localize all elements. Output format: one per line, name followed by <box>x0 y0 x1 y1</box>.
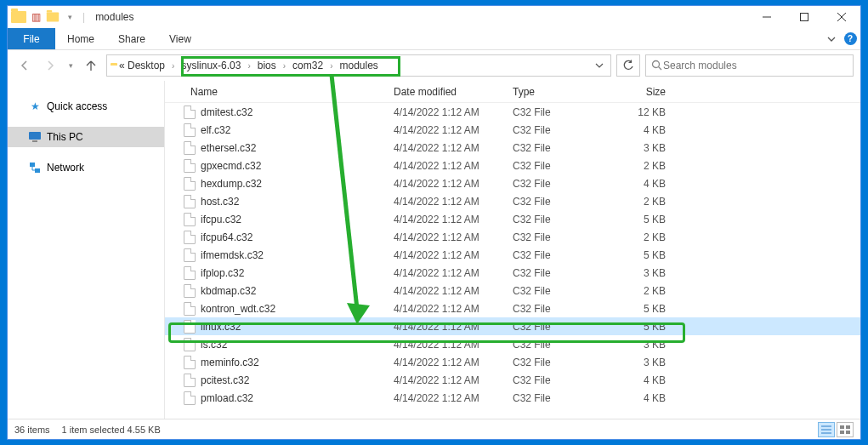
crumb-0[interactable]: syslinux-6.03 <box>176 55 246 76</box>
refresh-button[interactable] <box>616 54 640 77</box>
file-row[interactable]: hexdump.c324/14/2022 1:12 AMC32 File4 KB <box>165 174 860 192</box>
sidebar-item-quick-access[interactable]: ★ Quick access <box>8 96 164 117</box>
up-button[interactable] <box>81 55 101 76</box>
file-row[interactable]: host.c324/14/2022 1:12 AMC32 File2 KB <box>165 192 860 210</box>
file-name: gpxecmd.c32 <box>201 160 261 172</box>
file-row[interactable]: gpxecmd.c324/14/2022 1:12 AMC32 File2 KB <box>165 157 860 174</box>
file-row[interactable]: ifcpu64.c324/14/2022 1:12 AMC32 File2 KB <box>165 228 860 246</box>
tab-home[interactable]: Home <box>55 28 106 49</box>
help-button[interactable]: ? <box>840 28 860 49</box>
file-row[interactable]: dmitest.c324/14/2022 1:12 AMC32 File12 K… <box>165 103 860 121</box>
sidebar-item-this-pc[interactable]: This PC <box>8 127 164 147</box>
tab-view[interactable]: View <box>157 28 203 49</box>
column-size[interactable]: Size <box>604 86 681 98</box>
close-button[interactable] <box>823 6 860 28</box>
crumb-2[interactable]: com32 <box>287 55 328 76</box>
file-row[interactable]: linux.c324/14/2022 1:12 AMC32 File5 KB <box>165 317 860 335</box>
crumb-3[interactable]: modules <box>334 55 383 76</box>
address-dropdown-icon[interactable] <box>592 61 607 70</box>
expand-ribbon-icon[interactable] <box>823 28 840 49</box>
file-type: C32 File <box>504 214 604 225</box>
forward-button[interactable] <box>40 55 60 76</box>
column-date[interactable]: Date modified <box>385 86 504 98</box>
file-type: C32 File <box>504 392 604 404</box>
file-date: 4/14/2022 1:12 AM <box>385 357 504 368</box>
file-icon <box>184 320 196 334</box>
file-row[interactable]: meminfo.c324/14/2022 1:12 AMC32 File3 KB <box>165 353 860 371</box>
column-type[interactable]: Type <box>504 86 604 98</box>
file-row[interactable]: ifmemdsk.c324/14/2022 1:12 AMC32 File5 K… <box>165 246 860 264</box>
file-row[interactable]: pmload.c324/14/2022 1:12 AMC32 File4 KB <box>165 389 860 407</box>
file-icon <box>184 374 196 387</box>
file-size: 4 KB <box>604 124 681 136</box>
qat-newfolder-icon[interactable] <box>45 9 60 25</box>
file-type: C32 File <box>504 106 604 118</box>
file-date: 4/14/2022 1:12 AM <box>385 106 504 118</box>
chevron-right-icon[interactable]: › <box>281 61 287 71</box>
file-date: 4/14/2022 1:12 AM <box>385 124 504 136</box>
file-name: ifmemdsk.c32 <box>201 249 264 261</box>
file-type: C32 File <box>504 267 604 279</box>
file-row[interactable]: ifcpu.c324/14/2022 1:12 AMC32 File5 KB <box>165 210 860 228</box>
minimize-button[interactable] <box>748 6 786 28</box>
search-box[interactable] <box>645 54 854 77</box>
qat-dropdown-icon[interactable]: ▾ <box>62 9 77 25</box>
file-type: C32 File <box>504 160 604 172</box>
chevron-right-icon[interactable]: › <box>246 61 252 71</box>
view-icons-button[interactable] <box>837 422 854 437</box>
file-name: dmitest.c32 <box>201 106 252 118</box>
file-row[interactable]: pcitest.c324/14/2022 1:12 AMC32 File4 KB <box>165 371 860 389</box>
file-icon <box>184 159 196 173</box>
file-size: 4 KB <box>604 374 681 386</box>
file-size: 2 KB <box>604 160 681 172</box>
svg-rect-9 <box>35 168 40 173</box>
sidebar-item-network[interactable]: Network <box>8 157 164 178</box>
file-date: 4/14/2022 1:12 AM <box>385 321 504 333</box>
file-icon <box>184 302 196 316</box>
file-size: 3 KB <box>604 267 681 279</box>
file-icon <box>184 213 196 226</box>
address-bar[interactable]: « Desktop › syslinux-6.03 › bios › com32… <box>106 54 611 77</box>
file-type: C32 File <box>504 321 604 333</box>
crumb-prefix[interactable]: « Desktop <box>114 55 170 76</box>
view-details-button[interactable] <box>818 422 835 437</box>
back-button[interactable] <box>14 55 35 76</box>
file-size: 5 KB <box>604 303 681 315</box>
chevron-right-icon[interactable]: › <box>170 61 176 71</box>
file-row[interactable]: elf.c324/14/2022 1:12 AMC32 File4 KB <box>165 121 860 139</box>
file-row[interactable]: ls.c324/14/2022 1:12 AMC32 File3 KB <box>165 335 860 353</box>
file-date: 4/14/2022 1:12 AM <box>385 231 504 243</box>
body: ★ Quick access This PC Network Name <box>8 81 860 419</box>
sidebar-item-label: This PC <box>47 131 83 143</box>
qat-properties-icon[interactable]: ▥ <box>28 9 43 25</box>
tab-share[interactable]: Share <box>106 28 157 49</box>
svg-rect-7 <box>32 140 37 142</box>
file-size: 3 KB <box>604 142 681 154</box>
file-icon <box>184 141 196 155</box>
file-row[interactable]: ifplop.c324/14/2022 1:12 AMC32 File3 KB <box>165 264 860 282</box>
network-icon <box>28 161 42 174</box>
column-name[interactable]: Name <box>165 86 385 98</box>
file-tab[interactable]: File <box>8 28 55 49</box>
recent-dropdown-icon[interactable]: ▾ <box>65 55 76 76</box>
crumb-1[interactable]: bios <box>252 55 281 76</box>
file-row[interactable]: kontron_wdt.c324/14/2022 1:12 AMC32 File… <box>165 300 860 317</box>
file-icon <box>184 284 196 298</box>
file-row[interactable]: ethersel.c324/14/2022 1:12 AMC32 File3 K… <box>165 139 860 157</box>
ribbon: File Home Share View ? <box>8 28 860 50</box>
status-bar: 36 items 1 item selected 4.55 KB <box>8 419 860 439</box>
file-size: 3 KB <box>604 357 681 368</box>
search-input[interactable] <box>663 60 848 71</box>
titlebar: ▥ ▾ | modules <box>8 6 860 28</box>
file-type: C32 File <box>504 374 604 386</box>
file-name: hexdump.c32 <box>201 178 262 190</box>
file-name: host.c32 <box>201 196 239 208</box>
file-size: 5 KB <box>604 214 681 225</box>
file-date: 4/14/2022 1:12 AM <box>385 249 504 261</box>
file-size: 3 KB <box>604 339 681 351</box>
maximize-button[interactable] <box>786 6 823 28</box>
file-type: C32 File <box>504 339 604 351</box>
file-row[interactable]: kbdmap.c324/14/2022 1:12 AMC32 File2 KB <box>165 282 860 300</box>
file-date: 4/14/2022 1:12 AM <box>385 392 504 404</box>
chevron-right-icon[interactable]: › <box>328 61 334 71</box>
